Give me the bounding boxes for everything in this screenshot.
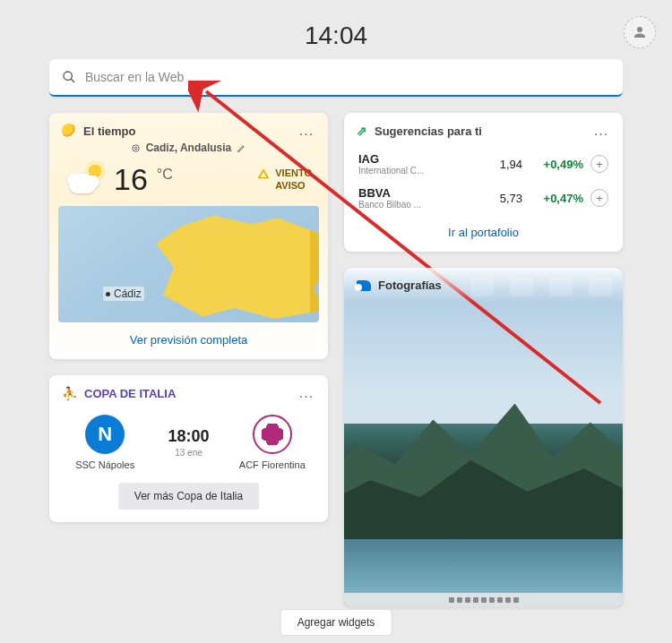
widgets-grid: ··· El tiempo Cadiz, Andalusia 16 °C VIE…: [49, 113, 623, 607]
stock-company: International C...: [358, 166, 476, 176]
team-home-logo: N: [85, 415, 125, 454]
weather-more-button[interactable]: ···: [294, 122, 319, 147]
desktop-taskbar: [344, 593, 623, 607]
pencil-icon[interactable]: [237, 143, 246, 153]
weather-map-region: [149, 211, 319, 319]
stock-add-button[interactable]: +: [590, 155, 608, 173]
svg-point-0: [64, 72, 72, 80]
weather-alert-line2: AVISO: [275, 179, 312, 192]
sports-card-header: ⛹ COPA DE ITALIA: [49, 375, 328, 406]
target-icon: [131, 143, 141, 153]
weather-main: 16 °C VIENTO AVISO: [49, 159, 328, 201]
match-time-value: 18:00: [168, 427, 209, 446]
weather-unit: °C: [157, 167, 173, 183]
stock-change: +0,49%: [530, 158, 583, 171]
widgets-col-left: ··· El tiempo Cadiz, Andalusia 16 °C VIE…: [49, 113, 328, 607]
weather-location-row[interactable]: Cadiz, Andalusia: [49, 141, 328, 154]
stock-symbol: BBVA: [358, 186, 476, 200]
weather-icon: [62, 124, 76, 138]
weather-temp: 16: [114, 162, 148, 197]
stocks-more-button[interactable]: ···: [589, 122, 614, 147]
search-icon: [62, 70, 76, 84]
add-widgets-button[interactable]: Agregar widgets: [280, 609, 392, 636]
photos-title: Fotografías: [378, 279, 442, 292]
stock-row[interactable]: BBVA Banco Bilbao ... 5,73 +0,47% +: [358, 181, 608, 215]
weather-card-header: El tiempo: [49, 113, 328, 143]
stocks-portfolio-link[interactable]: Ir al portafolio: [344, 215, 623, 252]
sports-more-button[interactable]: ···: [294, 384, 319, 409]
stock-price: 1,94: [483, 158, 522, 171]
stocks-card[interactable]: ··· ⇗ Sugerencias para ti IAG Internatio…: [344, 113, 623, 252]
team-away-name: ACF Fiorentina: [239, 459, 306, 470]
weather-alert-line1: VIENTO: [275, 167, 312, 179]
sports-see-more-button[interactable]: Ver más Copa de Italia: [118, 483, 259, 510]
stock-symbol: IAG: [358, 152, 476, 166]
photos-image: [344, 268, 623, 607]
stock-change: +0,47%: [530, 192, 583, 205]
profile-avatar-button[interactable]: [624, 16, 656, 48]
user-icon: [632, 24, 648, 40]
weather-forecast-link[interactable]: Ver previsión completa: [49, 322, 328, 359]
stock-company: Banco Bilbao ...: [358, 200, 476, 210]
photos-card[interactable]: Fotografías: [344, 268, 623, 607]
weather-map-city-label: Cádiz: [103, 287, 144, 301]
photos-card-header: Fotografías: [344, 268, 623, 303]
search-bar[interactable]: [49, 59, 623, 97]
clock: 14:04: [0, 21, 672, 50]
stock-row[interactable]: IAG International C... 1,94 +0,49% +: [358, 147, 608, 181]
stocks-icon: ⇗: [357, 124, 367, 138]
warning-icon: [257, 167, 270, 180]
weather-alert[interactable]: VIENTO AVISO: [257, 167, 312, 193]
svg-point-3: [133, 144, 139, 150]
match-date: 13 ene: [168, 448, 209, 458]
sports-card[interactable]: ··· ⛹ COPA DE ITALIA N SSC Nápoles 18:00…: [49, 375, 328, 522]
svg-line-1: [71, 79, 74, 82]
partly-cloudy-icon: [69, 161, 105, 197]
sports-title: COPA DE ITALIA: [84, 387, 176, 400]
sports-match: N SSC Nápoles 18:00 13 ene ACF Fiorentin…: [49, 406, 328, 476]
svg-point-2: [134, 147, 137, 150]
weather-map[interactable]: Cádiz: [58, 206, 319, 322]
widgets-col-right: ··· ⇗ Sugerencias para ti IAG Internatio…: [344, 113, 623, 607]
weather-location: Cadiz, Andalusia: [146, 141, 232, 154]
weather-card[interactable]: ··· El tiempo Cadiz, Andalusia 16 °C VIE…: [49, 113, 328, 359]
sports-icon: ⛹: [62, 386, 77, 400]
weather-title: El tiempo: [83, 124, 136, 138]
stocks-title: Sugerencias para ti: [375, 124, 482, 138]
team-home[interactable]: N SSC Nápoles: [67, 415, 142, 470]
onedrive-icon: [357, 280, 371, 291]
stocks-list: IAG International C... 1,94 +0,49% + BBV…: [344, 143, 623, 215]
stock-price: 5,73: [483, 192, 522, 205]
stock-add-button[interactable]: +: [590, 189, 608, 207]
stocks-card-header: ⇗ Sugerencias para ti: [344, 113, 623, 143]
match-time: 18:00 13 ene: [168, 427, 209, 458]
team-away[interactable]: ACF Fiorentina: [235, 415, 310, 470]
team-away-logo: [253, 415, 292, 454]
search-input[interactable]: [85, 70, 610, 84]
team-home-name: SSC Nápoles: [75, 459, 134, 470]
